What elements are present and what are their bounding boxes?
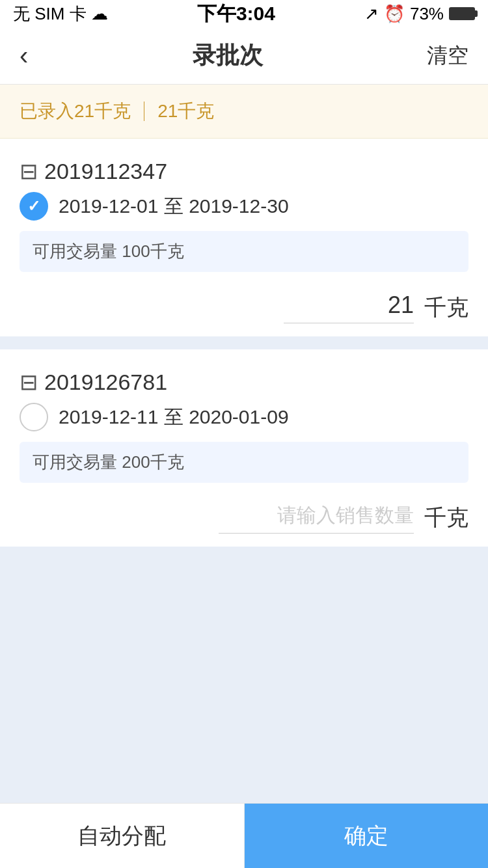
nav-bar: ‹ 录批次 清空 (0, 27, 488, 85)
batch-number-row-2: ⊟ 2019126781 (20, 369, 468, 395)
placeholder-row-2: 请输入销售数量 千克 (0, 496, 488, 547)
location-icon: ↗ (364, 4, 379, 24)
status-left: 无 SIM 卡 ☁ (13, 3, 108, 25)
available-qty-2: 可用交易量 200千克 (20, 442, 468, 483)
batch-date-row-1[interactable]: 2019-12-01 至 2019-12-30 (20, 192, 468, 221)
batch-icon-1: ⊟ (20, 158, 38, 184)
info-banner: 已录入21千克 21千克 (0, 85, 488, 139)
amount-value-1[interactable]: 21 (388, 292, 414, 319)
batch-item-2: ⊟ 2019126781 2019-12-11 至 2020-01-09 可用交… (0, 349, 488, 483)
battery-percent: 73% (410, 4, 444, 24)
batch-number-2: 2019126781 (44, 370, 167, 395)
back-button[interactable]: ‹ (20, 41, 28, 70)
amount-unit-1: 千克 (424, 293, 468, 323)
batch-item-1: ⊟ 2019112347 2019-12-01 至 2019-12-30 可用交… (0, 139, 488, 272)
bottom-bar: 自动分配 确定 (0, 803, 488, 868)
status-right: ↗ ⏰ 73% (364, 4, 475, 24)
total-amount: 21千克 (157, 99, 214, 124)
batch-date-2: 2019-12-11 至 2020-01-09 (59, 404, 289, 431)
empty-area (0, 547, 488, 807)
placeholder-input-wrapper[interactable]: 请输入销售数量 (219, 502, 414, 534)
batch-checkbox-1[interactable] (20, 192, 48, 221)
confirm-button[interactable]: 确定 (245, 804, 489, 868)
batch-date-row-2[interactable]: 2019-12-11 至 2020-01-09 (20, 403, 468, 431)
alarm-icon: ⏰ (384, 4, 405, 24)
sim-status: 无 SIM 卡 ☁ (13, 3, 108, 25)
available-qty-1: 可用交易量 100千克 (20, 231, 468, 272)
batch-checkbox-2[interactable] (20, 403, 48, 431)
amount-input-wrapper-1[interactable]: 21 (284, 292, 414, 323)
batch-number-row-1: ⊟ 2019112347 (20, 158, 468, 184)
placeholder-underline (219, 533, 414, 534)
batch-separator (0, 336, 488, 349)
page-title: 录批次 (193, 40, 263, 72)
status-time: 下午3:04 (197, 1, 275, 27)
clear-button[interactable]: 清空 (427, 42, 468, 70)
banner-divider (144, 102, 144, 121)
amount-underline-1 (284, 323, 414, 323)
auto-distribute-button[interactable]: 自动分配 (0, 804, 245, 868)
quantity-placeholder[interactable]: 请输入销售数量 (277, 502, 414, 529)
recorded-amount: 已录入21千克 (20, 99, 131, 124)
batch-icon-2: ⊟ (20, 369, 38, 395)
batch-card-1: ⊟ 2019112347 2019-12-01 至 2019-12-30 可用交… (0, 139, 488, 336)
batch-card-2: ⊟ 2019126781 2019-12-11 至 2020-01-09 可用交… (0, 349, 488, 547)
status-bar: 无 SIM 卡 ☁ 下午3:04 ↗ ⏰ 73% (0, 0, 488, 27)
amount-row-1: 21 千克 (0, 285, 488, 336)
batch-number-1: 2019112347 (44, 159, 167, 184)
amount-unit-2: 千克 (424, 503, 468, 533)
batch-date-1: 2019-12-01 至 2019-12-30 (59, 193, 289, 220)
battery-icon (449, 7, 475, 20)
